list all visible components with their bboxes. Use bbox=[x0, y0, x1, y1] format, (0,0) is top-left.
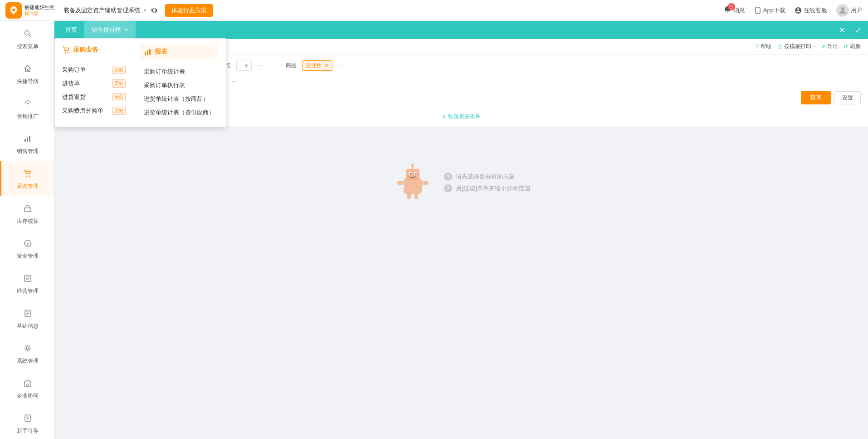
purchase-section: 采购业务 采购订单 历史 进货单 历史 进货退货 历史 采购费用分摊单 历史 bbox=[62, 46, 126, 119]
print-btn[interactable]: 🖨 按模板打印 ▾ bbox=[777, 43, 815, 50]
empty-tip-2: 2 用[过滤]条件来缩小分析范围 bbox=[444, 184, 530, 192]
industry-btn[interactable]: 体验行业方案 bbox=[165, 4, 213, 17]
svg-rect-1 bbox=[756, 7, 760, 14]
sidebar-item-finance[interactable]: ¥ 资金管理 bbox=[0, 231, 54, 266]
print-icon: 🖨 bbox=[777, 44, 782, 50]
svg-point-39 bbox=[411, 164, 414, 167]
svg-point-41 bbox=[68, 52, 69, 54]
empty-state: 1 请先选择要分析的方案 2 用[过滤]条件来缩小分析范围 bbox=[54, 126, 868, 239]
menu-item-goods-return[interactable]: 进货退货 历史 bbox=[62, 90, 126, 104]
logo-area: 畅捷通好生意 标准版 bbox=[5, 2, 60, 19]
marketing-icon bbox=[20, 96, 35, 111]
home-icon bbox=[20, 61, 35, 76]
goods-tag[interactable]: 设计费 ✕ bbox=[302, 60, 332, 71]
system-icon bbox=[20, 341, 35, 355]
inventory-icon bbox=[20, 201, 35, 216]
help-btn[interactable]: ? 帮助 bbox=[756, 43, 771, 50]
sidebar-item-quick-nav[interactable]: 快捷导航 bbox=[0, 56, 54, 91]
system-title-dropdown[interactable]: ▾ bbox=[144, 8, 146, 13]
finance-icon: ¥ bbox=[20, 236, 35, 251]
tab-maximize-btn[interactable]: ⤢ bbox=[852, 24, 864, 36]
sidebar-item-marketing[interactable]: 营销推广 bbox=[0, 91, 54, 126]
svg-rect-35 bbox=[422, 181, 429, 185]
menu-item-purchase-order[interactable]: 采购订单 历史 bbox=[62, 63, 126, 77]
svg-rect-37 bbox=[414, 193, 418, 199]
svg-rect-8 bbox=[27, 137, 28, 142]
export-btn[interactable]: ↗ 导出 bbox=[821, 43, 838, 50]
svg-rect-29 bbox=[406, 169, 419, 180]
svg-rect-7 bbox=[24, 139, 26, 142]
svg-point-40 bbox=[65, 52, 66, 54]
menu-item-purchase-order-exec[interactable]: 采购订单执行表 bbox=[144, 79, 215, 92]
sidebar-item-search[interactable]: 搜索菜单 bbox=[0, 21, 54, 56]
svg-rect-43 bbox=[147, 50, 148, 55]
menu-item-purchase-expense[interactable]: 采购费用分摊单 历史 bbox=[62, 104, 126, 118]
svg-line-5 bbox=[29, 35, 31, 37]
salesperson-ellipsis[interactable]: ··· bbox=[231, 77, 237, 84]
system-title: 装备及固定资产辅助管理系统 ▾ bbox=[63, 6, 146, 15]
empty-tips: 1 请先选择要分析的方案 2 用[过滤]条件来缩小分析范围 bbox=[444, 173, 530, 192]
logo-text: 畅捷通好生意 标准版 bbox=[24, 4, 54, 16]
svg-rect-25 bbox=[25, 415, 30, 421]
menu-item-goods-receipt[interactable]: 进货单 历史 bbox=[62, 77, 126, 90]
sales-icon bbox=[20, 131, 35, 146]
svg-point-6 bbox=[27, 103, 29, 104]
sidebar-item-system[interactable]: 系统管理 bbox=[0, 335, 54, 370]
app-download-btn[interactable]: App下载 bbox=[754, 6, 785, 15]
svg-point-26 bbox=[27, 417, 29, 419]
menu-item-goods-receipt-by-supplier[interactable]: 进货单统计表（按供应商） bbox=[144, 106, 215, 119]
notifications-btn[interactable]: 9 消息 bbox=[723, 5, 745, 15]
notification-icon: 9 bbox=[723, 5, 731, 15]
user-menu-btn[interactable]: 用户 bbox=[836, 4, 863, 17]
sidebar-item-enterprise[interactable]: 企业协同 bbox=[0, 370, 54, 405]
sidebar-item-inventory[interactable]: 库存核算 bbox=[0, 196, 54, 231]
sidebar-item-operations[interactable]: 经营管理 bbox=[0, 266, 54, 301]
sidebar-item-basic-info[interactable]: 基础信息 bbox=[0, 301, 54, 335]
empty-illustration bbox=[392, 162, 433, 203]
svg-point-32 bbox=[410, 173, 411, 175]
tab-bar: 首页 销售排行榜 ✕ ✕ ⤢ bbox=[54, 21, 868, 39]
export-icon: ↗ bbox=[821, 44, 825, 50]
top-bar: 畅捷通好生意 标准版 装备及固定资产辅助管理系统 ▾ 体验行业方案 9 消息 A… bbox=[0, 0, 868, 21]
tab-sales-ranking[interactable]: 销售排行榜 ✕ bbox=[84, 21, 136, 39]
refresh-btn[interactable]: ↺ 刷新 bbox=[844, 43, 861, 50]
svg-rect-9 bbox=[29, 136, 30, 142]
purchase-section-title: 采购业务 bbox=[62, 46, 126, 58]
svg-rect-36 bbox=[407, 193, 411, 199]
tab-close-btn[interactable]: ✕ bbox=[124, 27, 128, 33]
user-avatar bbox=[836, 4, 849, 17]
svg-rect-12 bbox=[24, 208, 31, 212]
svg-rect-42 bbox=[145, 52, 146, 55]
menu-item-goods-receipt-by-item[interactable]: 进货单统计表（按商品） bbox=[144, 92, 215, 106]
logo-icon bbox=[5, 2, 22, 19]
guide-icon bbox=[20, 411, 35, 425]
refresh-icon: ↺ bbox=[844, 44, 848, 50]
basic-info-icon bbox=[20, 306, 35, 321]
sidebar: 搜索菜单 快捷导航 营销推广 销售管理 采购管理 bbox=[0, 21, 54, 439]
notification-badge: 9 bbox=[728, 3, 735, 10]
reports-section-title: 报表 bbox=[140, 44, 218, 59]
goods-tag-close[interactable]: ✕ bbox=[324, 63, 328, 68]
dropdown-menu: 采购业务 采购订单 历史 进货单 历史 进货退货 历史 采购费用分摊单 历史 报… bbox=[54, 38, 227, 127]
tab-close-all-btn[interactable]: ✕ bbox=[835, 24, 848, 36]
settings-icon-btn[interactable] bbox=[148, 4, 161, 17]
bill-status-ellipsis[interactable]: ··· bbox=[257, 62, 263, 69]
empty-tip-1: 1 请先选择要分析的方案 bbox=[444, 173, 530, 181]
settings-btn[interactable]: 设置 bbox=[834, 91, 861, 104]
query-btn[interactable]: 查询 bbox=[801, 91, 831, 104]
svg-point-33 bbox=[415, 173, 417, 175]
goods-ellipsis[interactable]: ··· bbox=[338, 62, 343, 69]
online-service-btn[interactable]: 在线客服 bbox=[795, 6, 827, 15]
svg-rect-28 bbox=[404, 178, 422, 194]
menu-item-purchase-order-stat[interactable]: 采购订单统计表 bbox=[144, 65, 215, 79]
sidebar-item-guide[interactable]: 新手引导 bbox=[0, 405, 54, 439]
sidebar-item-purchase[interactable]: 采购管理 bbox=[0, 161, 54, 196]
help-icon: ? bbox=[756, 44, 759, 50]
goods-label: 商品 bbox=[286, 62, 297, 69]
svg-point-23 bbox=[26, 347, 29, 350]
search-icon bbox=[20, 26, 35, 41]
sidebar-item-sales[interactable]: 销售管理 bbox=[0, 126, 54, 161]
reports-section: 报表 采购订单统计表 采购订单执行表 进货单统计表（按商品） 进货单统计表（按供… bbox=[144, 46, 215, 119]
bill-status-select[interactable] bbox=[236, 60, 252, 71]
tab-home[interactable]: 首页 bbox=[58, 21, 84, 39]
